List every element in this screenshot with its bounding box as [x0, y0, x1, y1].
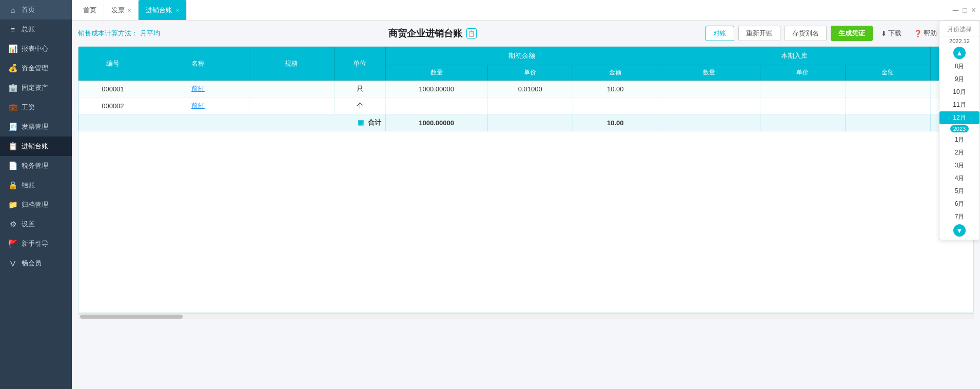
cell-amount-in	[845, 98, 930, 114]
scrollbar-thumb[interactable]	[80, 315, 183, 319]
cell-qty-init: 1000.00000	[385, 81, 487, 98]
sidebar-item-funds[interactable]: 💰 资金管理	[0, 59, 72, 78]
month-item-8[interactable]: 8月	[939, 60, 979, 73]
table-wrapper: 编号 名称 规格 单位 期初余额 本期入库 数 数量 单价 金额 数量 单价	[78, 46, 974, 313]
cell-price-init: 0.01000	[487, 81, 573, 98]
title-info-icon[interactable]: 📋	[466, 28, 477, 38]
main-area: 首页 发票 × 进销台账 × ─ □ × 销售成本计算方法： 月平均 商贸企业进…	[72, 0, 980, 389]
tab-invoice[interactable]: 发票 ×	[104, 0, 139, 20]
cell-qty-in	[658, 81, 760, 98]
sidebar-item-tax[interactable]: 📄 税务管理	[0, 156, 72, 176]
sidebar-item-invoice-mgmt[interactable]: 🧾 发票管理	[0, 117, 72, 137]
month-item-7[interactable]: 7月	[939, 210, 979, 223]
cell-unit: 个	[334, 98, 385, 114]
month-item-11[interactable]: 11月	[939, 99, 979, 111]
title-area: 商贸企业进销台账 📋	[388, 27, 477, 40]
settings-icon: ⚙	[8, 220, 17, 229]
sidebar-item-archive[interactable]: 📁 归档管理	[0, 195, 72, 215]
col-header-id: 编号	[79, 47, 147, 81]
sub-header-amount-init: 金额	[573, 65, 658, 81]
fixed-assets-icon: 🏢	[8, 83, 17, 92]
help-icon: ❓	[914, 30, 922, 37]
cell-amount-init	[573, 98, 658, 114]
month-item-9[interactable]: 9月	[939, 73, 979, 86]
total-label: ▣ 合计	[79, 114, 386, 131]
tab-home-label: 首页	[83, 6, 96, 15]
window-maximize-button[interactable]: □	[963, 6, 967, 14]
month-panel-up-button[interactable]: ▲	[953, 47, 966, 59]
sidebar-item-home[interactable]: ⌂ 首页	[0, 0, 72, 20]
salary-icon: 💼	[8, 103, 17, 112]
month-panel-down-button[interactable]: ▼	[953, 224, 966, 237]
col-header-current-in: 本期入库	[658, 47, 930, 65]
cell-name: 前缸	[147, 98, 249, 114]
total-price-init	[487, 114, 573, 131]
help-button[interactable]: ❓ 帮助	[910, 26, 941, 41]
col-header-unit: 单位	[334, 47, 385, 81]
download-button[interactable]: ⬇ 下载	[877, 26, 906, 41]
name-link[interactable]: 前缸	[191, 102, 205, 109]
month-item-2[interactable]: 2月	[939, 146, 979, 159]
page-title: 商贸企业进销台账	[388, 27, 462, 40]
horizontal-scrollbar[interactable]	[78, 313, 974, 319]
generate-voucher-button[interactable]: 生成凭证	[831, 26, 873, 41]
sidebar-item-closing[interactable]: 🔒 结账	[0, 176, 72, 195]
sidebar-item-label: 结账	[22, 181, 35, 190]
tab-invoice-close[interactable]: ×	[128, 7, 131, 13]
tax-icon: 📄	[8, 161, 17, 170]
month-item-1[interactable]: 1月	[939, 133, 979, 146]
sidebar-item-ledger[interactable]: ≡ 总账	[0, 20, 72, 39]
tab-purchase-sales-close[interactable]: ×	[175, 7, 179, 13]
sidebar-item-member[interactable]: V 畅会员	[0, 254, 72, 273]
total-amount-init: 10.00	[573, 114, 658, 131]
reopen-button[interactable]: 重新开账	[738, 26, 780, 41]
window-minimize-button[interactable]: ─	[953, 6, 958, 15]
cell-amount-in	[845, 81, 930, 98]
sidebar-item-guide[interactable]: 🚩 新手引导	[0, 234, 72, 254]
sub-header-price-init: 单价	[487, 65, 573, 81]
cell-qty-init	[385, 98, 487, 114]
month-item-12[interactable]: 12月	[939, 111, 979, 124]
archive-icon: 📁	[8, 200, 17, 209]
top-bar: 销售成本计算方法： 月平均 商贸企业进销台账 📋 对账 重新开账 存货别名 生成…	[78, 26, 974, 41]
month-item-10[interactable]: 10月	[939, 86, 979, 99]
cell-qty-in	[658, 98, 760, 114]
sidebar-item-label: 税务管理	[22, 161, 48, 170]
col-header-name: 名称	[147, 47, 249, 81]
save-alias-button[interactable]: 存货别名	[785, 26, 827, 41]
col-header-spec: 规格	[249, 47, 334, 81]
sidebar-item-salary[interactable]: 💼 工资	[0, 98, 72, 117]
tab-purchase-sales[interactable]: 进销台账 ×	[139, 0, 186, 20]
window-close-button[interactable]: ×	[971, 6, 976, 15]
cell-price-in	[760, 81, 845, 98]
month-item-6[interactable]: 6月	[939, 198, 979, 210]
sidebar-item-label: 进销台账	[22, 142, 48, 151]
total-qty-init: 1000.00000	[385, 114, 487, 131]
duizhang-button[interactable]: 对账	[705, 26, 734, 41]
month-item-3[interactable]: 3月	[939, 159, 979, 172]
sidebar-item-purchase-sales[interactable]: 📋 进销台账	[0, 137, 72, 156]
tab-home[interactable]: 首页	[76, 0, 104, 20]
sidebar-item-label: 设置	[22, 220, 35, 229]
sidebar-item-label: 首页	[22, 5, 35, 14]
ledger-icon: ≡	[8, 25, 17, 34]
sidebar-item-fixed-assets[interactable]: 🏢 固定资产	[0, 78, 72, 98]
month-item-4[interactable]: 4月	[939, 172, 979, 185]
total-qty-in	[658, 114, 760, 131]
cell-id: 000002	[79, 98, 147, 114]
year-badge-2023: 2023	[950, 125, 969, 132]
table-row: 000001 前缸 只 1000.00000 0.01000 10.00	[79, 81, 973, 98]
sub-header-amount-in: 金额	[845, 65, 930, 81]
month-panel-title: 月份选择	[939, 23, 979, 36]
page-content: 销售成本计算方法： 月平均 商贸企业进销台账 📋 对账 重新开账 存货别名 生成…	[72, 21, 980, 389]
name-link[interactable]: 前缸	[191, 85, 205, 92]
invoice-mgmt-icon: 🧾	[8, 122, 17, 131]
cost-method: 销售成本计算方法： 月平均	[78, 29, 160, 38]
cell-amount-init: 10.00	[573, 81, 658, 98]
sidebar-item-label: 资金管理	[22, 64, 48, 73]
sidebar-item-settings[interactable]: ⚙ 设置	[0, 215, 72, 234]
cell-price-in	[760, 98, 845, 114]
table-row: 000002 前缸 个	[79, 98, 973, 114]
month-item-5[interactable]: 5月	[939, 185, 979, 198]
sidebar-item-reports[interactable]: 📊 报表中心	[0, 39, 72, 59]
